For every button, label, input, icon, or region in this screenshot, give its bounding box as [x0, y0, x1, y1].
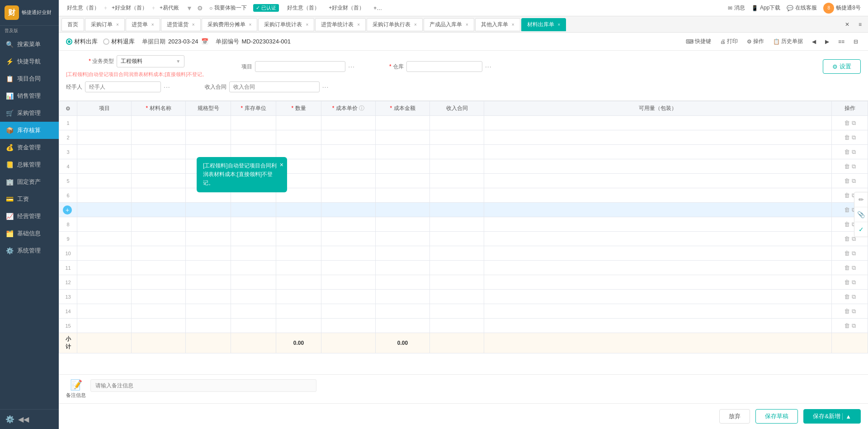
warehouse-dots-btn[interactable]: ···: [485, 63, 492, 70]
row-available-cell[interactable]: [484, 217, 832, 232]
copy-row-icon[interactable]: ⧉: [852, 308, 856, 315]
row-income-contract-cell[interactable]: [430, 246, 484, 261]
list-view-btn[interactable]: ≡≡: [835, 37, 847, 46]
income-contract-input[interactable]: [229, 81, 320, 92]
row-warehouse-unit-cell[interactable]: [231, 246, 276, 261]
delete-row-icon[interactable]: 🗑: [844, 221, 850, 228]
warehouse-input[interactable]: [406, 61, 482, 72]
row-cost-cell[interactable]: [321, 319, 376, 333]
row-material-cell[interactable]: [132, 203, 186, 217]
sidebar-item-shortcut[interactable]: ⚡ 快捷导航: [0, 53, 59, 70]
row-cost-amount-cell[interactable]: [376, 246, 430, 261]
row-quantity-cell[interactable]: [276, 304, 321, 319]
sidebar-item-purchase[interactable]: 🛒 采购管理: [0, 105, 59, 122]
row-material-cell[interactable]: [132, 275, 186, 290]
sidebar-item-business[interactable]: 📈 经营管理: [0, 208, 59, 225]
row-cost-cell[interactable]: [321, 304, 376, 319]
notes-input[interactable]: [90, 379, 316, 392]
row-material-cell[interactable]: [132, 116, 186, 130]
copy-row-icon[interactable]: ⧉: [852, 250, 856, 257]
sidebar-item-search[interactable]: 🔍 搜索菜单: [0, 36, 59, 53]
row-quantity-cell[interactable]: [276, 290, 321, 304]
delete-row-icon[interactable]: 🗑: [844, 264, 850, 271]
handler-dots-btn[interactable]: ···: [164, 83, 170, 91]
row-warehouse-unit-cell[interactable]: [231, 261, 276, 275]
date-value[interactable]: 2023-03-24: [168, 38, 198, 45]
next-doc-btn[interactable]: ▶: [822, 37, 832, 46]
row-spec-cell[interactable]: [186, 290, 231, 304]
row-warehouse-unit-cell[interactable]: [231, 275, 276, 290]
row-available-cell[interactable]: [484, 261, 832, 275]
row-warehouse-unit-cell[interactable]: [231, 319, 276, 333]
row-income-contract-cell[interactable]: [430, 290, 484, 304]
sidebar-item-assets[interactable]: 🏢 固定资产: [0, 173, 59, 191]
nav-item-haoshengyi[interactable]: 好生意（首）: [62, 2, 104, 14]
row-cost-cell[interactable]: [321, 290, 376, 304]
handler-input[interactable]: [85, 81, 161, 92]
row-project-cell[interactable]: [77, 130, 132, 145]
tab-close-icon[interactable]: ×: [512, 22, 514, 27]
row-cost-cell[interactable]: [321, 159, 376, 174]
print-btn[interactable]: 🖨 打印: [717, 36, 741, 47]
close-window-btn[interactable]: ✕: [841, 20, 853, 29]
tab-purchase-expense[interactable]: 采购费用分摊单 ×: [202, 18, 258, 31]
row-available-cell[interactable]: [484, 188, 832, 203]
row-project-cell[interactable]: [77, 261, 132, 275]
row-cost-amount-cell[interactable]: [376, 217, 430, 232]
row-cost-cell[interactable]: [321, 145, 376, 159]
row-material-cell[interactable]: [132, 174, 186, 188]
delete-row-icon[interactable]: 🗑: [844, 235, 850, 242]
row-income-contract-cell[interactable]: [430, 145, 484, 159]
delete-row-icon[interactable]: 🗑: [844, 279, 850, 286]
row-project-cell[interactable]: [77, 174, 132, 188]
row-cost-amount-cell[interactable]: [376, 145, 430, 159]
radio-material-out[interactable]: 材料出库: [66, 38, 98, 46]
row-cost-amount-cell[interactable]: [376, 130, 430, 145]
nav-item-yidaiz[interactable]: +易代账: [155, 2, 184, 14]
tab-close-active-icon[interactable]: ×: [558, 22, 561, 27]
row-income-contract-cell[interactable]: [430, 159, 484, 174]
row-material-cell[interactable]: [132, 217, 186, 232]
row-material-cell[interactable]: [132, 188, 186, 203]
row-cost-amount-cell[interactable]: [376, 203, 430, 217]
row-available-cell[interactable]: [484, 275, 832, 290]
tab-close-icon[interactable]: ×: [249, 22, 252, 27]
row-cost-cell[interactable]: [321, 246, 376, 261]
row-warehouse-unit-cell[interactable]: [231, 130, 276, 145]
row-available-cell[interactable]: [484, 290, 832, 304]
add-row-button[interactable]: +: [63, 205, 72, 214]
row-available-cell[interactable]: [484, 304, 832, 319]
row-cost-amount-cell[interactable]: [376, 275, 430, 290]
sidebar-item-basic[interactable]: 🗂️ 基础信息: [0, 225, 59, 242]
row-quantity-cell[interactable]: [276, 116, 321, 130]
delete-row-icon[interactable]: 🗑: [844, 293, 850, 300]
row-quantity-cell[interactable]: [276, 319, 321, 333]
project-input[interactable]: [255, 61, 345, 72]
tab-close-icon[interactable]: ×: [116, 22, 119, 27]
delete-row-icon[interactable]: 🗑: [844, 308, 850, 315]
row-spec-cell[interactable]: [186, 116, 231, 130]
row-spec-cell[interactable]: [186, 203, 231, 217]
copy-row-icon[interactable]: ⧉: [852, 293, 856, 300]
row-available-cell[interactable]: [484, 232, 832, 246]
discard-button[interactable]: 放弃: [719, 409, 750, 424]
row-project-cell[interactable]: [77, 275, 132, 290]
row-warehouse-unit-cell[interactable]: [231, 203, 276, 217]
row-quantity-cell[interactable]: [276, 130, 321, 145]
row-spec-cell[interactable]: [186, 304, 231, 319]
sidebar-item-system[interactable]: ⚙️ 系统管理: [0, 242, 59, 259]
row-cost-cell[interactable]: [321, 232, 376, 246]
delete-row-icon[interactable]: 🗑: [844, 206, 850, 213]
settings-nav-icon[interactable]: ⚙: [197, 5, 203, 12]
cost-info-icon[interactable]: ⓘ: [359, 105, 364, 111]
tab-goods-receipt[interactable]: 进货单 ×: [126, 18, 160, 31]
tab-product-instock[interactable]: 产成品入库单 ×: [424, 18, 474, 31]
sidebar-item-sales[interactable]: 📊 销售管理: [0, 87, 59, 105]
row-cost-cell[interactable]: [321, 203, 376, 217]
copy-row-icon[interactable]: ⧉: [852, 119, 856, 127]
delete-row-icon[interactable]: 🗑: [844, 134, 850, 141]
shortcut-btn[interactable]: ⌨ 快捷键: [683, 36, 714, 47]
row-income-contract-cell[interactable]: [430, 116, 484, 130]
copy-row-icon[interactable]: ⧉: [852, 148, 856, 156]
row-project-cell[interactable]: [77, 145, 132, 159]
